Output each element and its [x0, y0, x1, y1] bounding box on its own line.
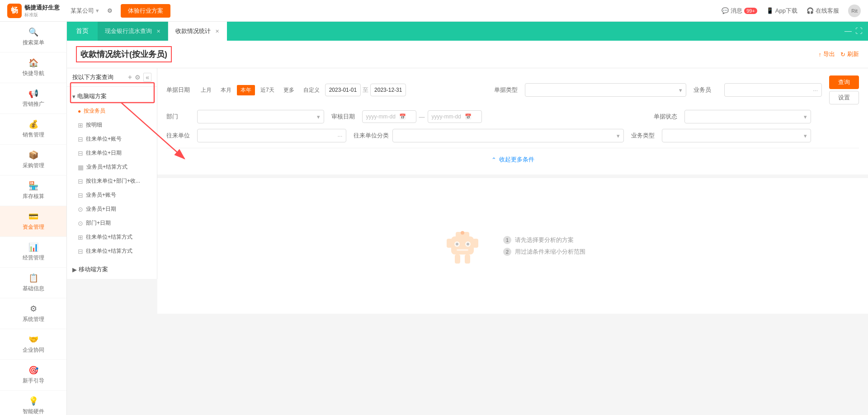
dept-select[interactable]: ▾ — [197, 110, 324, 123]
query-button[interactable]: 查询 — [829, 75, 859, 89]
scheme-item-label: 业务员+日期 — [86, 205, 116, 213]
scheme-item-unit-dept-recv[interactable]: ⊟ 按往来单位+部门+收... — [67, 174, 157, 188]
date-btn-custom[interactable]: 自定义 — [300, 85, 323, 95]
sidebar-item-label: 系统管理 — [23, 316, 44, 323]
date-btn-more[interactable]: 更多 — [280, 85, 298, 95]
date-btn-7days[interactable]: 近7天 — [257, 85, 278, 95]
scheme-item-salesperson-settle[interactable]: ▦ 业务员+结算方式 — [67, 160, 157, 174]
section-label: 电脑端方案 — [77, 92, 107, 100]
sidebar-item-sales[interactable]: 💰 销售管理 — [0, 114, 66, 145]
tab-close-icon[interactable]: ✕ — [215, 28, 219, 34]
scheme-item-unit-settle2[interactable]: ⊟ 往来单位+结算方式 — [67, 244, 157, 258]
scheme-section-header-desktop[interactable]: ▾ 电脑端方案 — [67, 89, 157, 104]
scheme-item-label: 往来单位+结算方式 — [86, 233, 132, 241]
scheme-panel-wrapper: 按以下方案查询 + ⚙ « ▾ 电脑端方案 — [67, 68, 157, 415]
doc-status-select[interactable]: ▾ — [684, 110, 811, 123]
review-date-from[interactable]: yyyy-mm-dd 📅 — [362, 110, 416, 123]
messages-button[interactable]: 💬 消息 99+ — [722, 7, 757, 15]
tab-label: 现金银行流水查询 — [105, 27, 152, 35]
scheme-item-label: 往来单位+账号 — [86, 135, 122, 143]
scheme-settings-button[interactable]: ⚙ — [135, 74, 141, 81]
export-icon: ↑ — [819, 51, 822, 58]
expand-icon[interactable]: ⛶ — [855, 27, 863, 35]
scheme-item-dept-date[interactable]: ⊙ 部门+日期 — [67, 216, 157, 230]
svg-rect-9 — [465, 255, 470, 264]
sidebar-item-basic-info[interactable]: 📋 基础信息 — [0, 268, 66, 298]
sidebar-item-hardware[interactable]: 💡 智能硬件 — [0, 391, 66, 415]
online-service-button[interactable]: 🎧 在线客服 — [807, 7, 839, 15]
sidebar-item-finance[interactable]: 💳 资金管理 — [0, 206, 66, 237]
more-icon: ··· — [337, 132, 342, 139]
date-btn-this-month[interactable]: 本月 — [217, 85, 235, 95]
empty-state-area: 1 请先选择要分析的方案 2 用过滤条件来缩小分析范围 — [157, 178, 868, 314]
collapse-button[interactable]: ⌃ 收起更多条件 — [488, 152, 538, 167]
counterpart-type-select[interactable]: ▾ — [392, 129, 623, 142]
date-btn-last-month[interactable]: 上月 — [197, 85, 215, 95]
scheme-item-unit-settle1[interactable]: ⊞ 往来单位+结算方式 — [67, 230, 157, 244]
biz-type-select[interactable]: ▾ — [662, 129, 811, 142]
scheme-section-header-mobile[interactable]: ▶ 移动端方案 — [67, 262, 157, 277]
scheme-item-salesperson-account[interactable]: ⊟ 业务员+账号 — [67, 188, 157, 202]
sidebar-item-collab[interactable]: 🤝 企业协同 — [0, 329, 66, 360]
user-avatar[interactable]: Rit — [848, 5, 861, 17]
sidebar-item-management[interactable]: 📊 经营管理 — [0, 237, 66, 268]
scheme-item-detail[interactable]: ⊞ 按明细 — [67, 118, 157, 132]
scheme-item-unit-date[interactable]: ⊟ 往来单位+日期 — [67, 146, 157, 160]
biz-type-label: 业务类型 — [631, 132, 658, 140]
sidebar-item-purchase[interactable]: 📦 采购管理 — [0, 145, 66, 175]
robot-illustration — [440, 223, 485, 268]
tab-bar: 首页 现金银行流水查询 ✕ 收款情况统计 ✕ — ⛶ — [67, 22, 868, 41]
user-info[interactable]: 某某公司 ▾ — [71, 7, 99, 15]
scheme-item-label: 业务员+结算方式 — [86, 163, 127, 171]
sidebar-item-system[interactable]: ⚙ 系统管理 — [0, 298, 66, 329]
sidebar-item-label: 经营管理 — [23, 254, 44, 262]
date-btn-this-year[interactable]: 本年 — [237, 85, 255, 95]
svg-point-12 — [456, 243, 458, 245]
tab-home[interactable]: 首页 — [67, 22, 98, 41]
app-download-button[interactable]: 📱 App下载 — [766, 7, 797, 15]
export-button[interactable]: ↑ 导出 — [819, 50, 835, 58]
scheme-item-icon: ⊟ — [78, 192, 83, 199]
settings-button[interactable]: ⚙ — [103, 4, 117, 18]
finance-icon: 💳 — [28, 212, 38, 222]
date-from-input[interactable]: 2023-01-01 — [325, 84, 361, 96]
scheme-item-unit-account[interactable]: ⊟ 往来单位+账号 — [67, 132, 157, 146]
review-date-separator: — — [419, 113, 425, 120]
action-buttons: 查询 设置 — [829, 75, 859, 104]
filter-item-dept: 部门 ▾ — [166, 110, 324, 123]
scheme-item-salesperson-date[interactable]: ⊙ 业务员+日期 — [67, 202, 157, 216]
counterpart-select[interactable]: ··· — [197, 129, 346, 142]
minimize-icon[interactable]: — — [844, 27, 852, 35]
sidebar-item-quicknav[interactable]: 🏠 快捷导航 — [0, 52, 66, 83]
doc-type-select[interactable]: ▾ — [525, 83, 686, 97]
scheme-item-icon: ⊙ — [78, 220, 83, 227]
scheme-item-by-salesperson[interactable]: ● 按业务员 — [67, 104, 157, 118]
refresh-button[interactable]: ↻ 刷新 — [840, 50, 859, 58]
sidebar-item-guide[interactable]: 🎯 新手引导 — [0, 360, 66, 391]
scheme-collapse-button[interactable]: « — [143, 73, 151, 82]
dept-label: 部门 — [166, 113, 193, 121]
settings-button-filter[interactable]: 设置 — [829, 91, 859, 104]
app-logo: 畅 畅捷通好生意 标准版 — [7, 4, 60, 18]
counterpart-label: 往来单位 — [166, 132, 193, 140]
refresh-icon: ↻ — [840, 51, 845, 58]
tab-receipt-stats[interactable]: 收款情况统计 ✕ — [168, 22, 227, 41]
trial-button[interactable]: 体验行业方案 — [121, 4, 170, 18]
tab-close-icon[interactable]: ✕ — [156, 28, 160, 34]
content-area: 按以下方案查询 + ⚙ « ▾ 电脑端方案 — [67, 68, 868, 415]
doc-status-label: 单据状态 — [654, 113, 681, 121]
scheme-add-button[interactable]: + — [128, 73, 132, 81]
sidebar-item-marketing[interactable]: 📢 营销推广 — [0, 83, 66, 114]
svg-point-13 — [467, 243, 469, 245]
filter-item-doc-type: 单据类型 ▾ — [494, 83, 686, 97]
collapse-section: ⌃ 收起更多条件 — [166, 148, 859, 167]
collab-icon: 🤝 — [28, 335, 38, 344]
sidebar-item-label: 营销推广 — [23, 100, 44, 108]
sidebar-item-inventory[interactable]: 🏪 库存核算 — [0, 175, 66, 206]
date-to-input[interactable]: 2023-12-31 — [370, 84, 406, 96]
salesperson-select[interactable]: ··· — [724, 83, 822, 97]
section-label: 移动端方案 — [79, 265, 108, 274]
review-date-to[interactable]: yyyy-mm-dd 📅 — [428, 110, 482, 123]
sidebar-item-search[interactable]: 🔍 搜索菜单 — [0, 22, 66, 52]
tab-cash-flow[interactable]: 现金银行流水查询 ✕ — [98, 22, 168, 41]
